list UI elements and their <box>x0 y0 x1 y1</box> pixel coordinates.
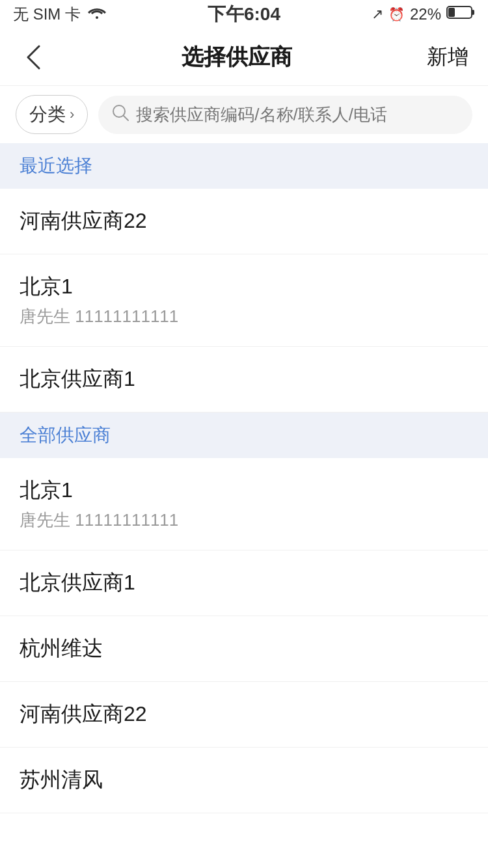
item-name: 河南供应商22 <box>20 207 468 236</box>
svg-rect-1 <box>448 8 455 17</box>
category-filter-button[interactable]: 分类 › <box>16 95 88 134</box>
add-button[interactable]: 新增 <box>427 43 468 72</box>
all-section-header: 全部供应商 <box>0 413 488 458</box>
list-item[interactable]: 北京供应商1 <box>0 550 488 616</box>
location-icon: ↗ <box>372 6 383 23</box>
status-indicators: ↗ ⏰ 22% <box>372 5 475 23</box>
nav-bar: 选择供应商 新增 <box>0 29 488 86</box>
recent-items-list: 河南供应商22 北京1 唐先生 11111111111 北京供应商1 <box>0 189 488 413</box>
item-name: 北京供应商1 <box>20 569 468 597</box>
status-bar: 无 SIM 卡 下午6:04 ↗ ⏰ 22% <box>0 0 488 29</box>
all-items-list: 北京1 唐先生 11111111111 北京供应商1 杭州维达 河南供应商22 … <box>0 458 488 813</box>
svg-line-4 <box>124 116 128 120</box>
recent-section-label: 最近选择 <box>20 156 92 176</box>
item-name: 河南供应商22 <box>20 700 468 729</box>
list-item[interactable]: 北京供应商1 <box>0 347 488 413</box>
item-sub: 唐先生 11111111111 <box>20 509 468 532</box>
page-title: 选择供应商 <box>182 42 292 72</box>
category-label: 分类 <box>29 102 66 127</box>
chevron-right-icon: › <box>70 106 74 123</box>
item-name: 苏州清风 <box>20 766 468 794</box>
status-time: 下午6:04 <box>208 2 280 27</box>
search-box[interactable] <box>98 96 472 134</box>
back-button[interactable] <box>20 38 47 76</box>
carrier-text: 无 SIM 卡 <box>13 4 81 25</box>
recent-section-header: 最近选择 <box>0 143 488 189</box>
list-item[interactable]: 杭州维达 <box>0 616 488 682</box>
all-section-label: 全部供应商 <box>20 425 111 445</box>
list-item[interactable]: 河南供应商22 <box>0 682 488 748</box>
list-item[interactable]: 北京1 唐先生 11111111111 <box>0 254 488 347</box>
list-item[interactable]: 北京1 唐先生 11111111111 <box>0 458 488 550</box>
svg-rect-2 <box>472 10 474 15</box>
item-name: 北京1 <box>20 273 468 301</box>
item-sub: 唐先生 11111111111 <box>20 305 468 328</box>
search-icon <box>111 103 129 126</box>
battery-icon <box>446 5 475 23</box>
item-name: 北京供应商1 <box>20 365 468 394</box>
status-carrier: 无 SIM 卡 <box>13 4 107 25</box>
alarm-icon: ⏰ <box>388 7 405 22</box>
item-name: 杭州维达 <box>20 634 468 663</box>
item-name: 北京1 <box>20 476 468 505</box>
list-item[interactable]: 苏州清风 <box>0 748 488 813</box>
list-item[interactable]: 河南供应商22 <box>0 189 488 254</box>
filter-bar: 分类 › <box>0 86 488 143</box>
wifi-icon <box>87 5 107 23</box>
search-input[interactable] <box>136 105 459 125</box>
battery-text: 22% <box>410 5 441 23</box>
